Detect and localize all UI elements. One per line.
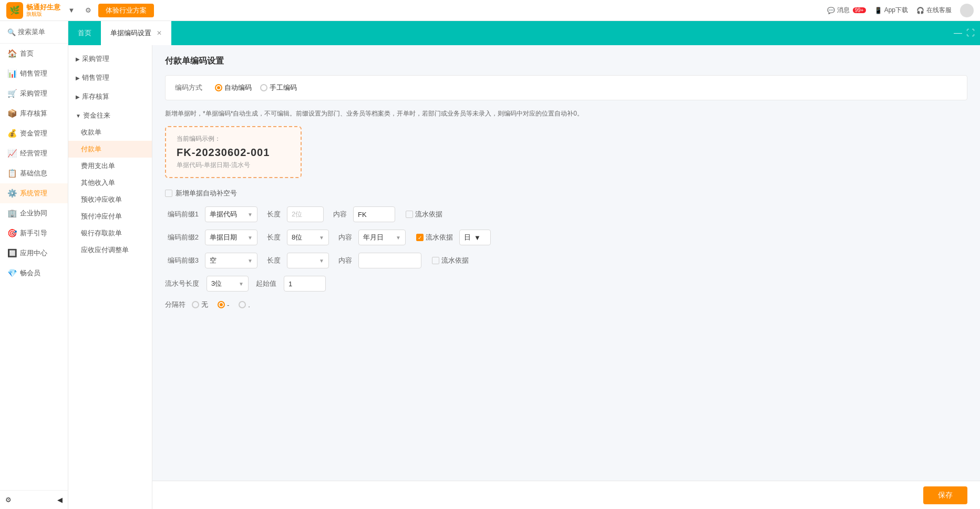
finance-icon: 💰 xyxy=(7,129,17,138)
auto-radio[interactable] xyxy=(215,84,222,91)
sep-dot-option[interactable]: . xyxy=(239,301,250,309)
sidebar-search[interactable]: 🔍 搜索菜单 xyxy=(0,21,68,44)
top-bar-right: 💬 消息 99+ 📱 App下载 🎧 在线客服 xyxy=(827,4,974,17)
message-icon: 💬 xyxy=(827,7,835,14)
sep-dash-radio[interactable] xyxy=(218,301,225,308)
menu-group-purchase-title[interactable]: ▶ 采购管理 xyxy=(68,50,152,67)
code-preview-desc: 单据代码-单据日期-流水号 xyxy=(177,161,290,170)
prefix1-select[interactable]: 单据代码 ▼ xyxy=(205,206,257,222)
code-preview-box: 当前编码示例： FK-20230602-001 单据代码-单据日期-流水号 xyxy=(165,126,302,178)
sidebar-item-label: 企业协同 xyxy=(20,209,47,218)
length1-field: 2位 xyxy=(287,206,324,222)
start-value-field[interactable]: 1 xyxy=(284,276,326,292)
menu-item-bank-deposit[interactable]: 银行存取款单 xyxy=(68,225,152,242)
content2-select[interactable]: 年月日 ▼ xyxy=(358,230,406,245)
stream1-checkbox[interactable] xyxy=(406,211,413,218)
menu-item-prepay-offset[interactable]: 预收冲应收单 xyxy=(68,191,152,208)
enterprise-icon: 🏢 xyxy=(7,209,17,218)
logo-icon: 🌿 xyxy=(6,2,23,19)
prefix2-label: 编码前缀2 xyxy=(165,233,199,242)
prefix1-label: 编码前缀1 xyxy=(165,210,199,219)
stream3-checkbox[interactable] xyxy=(432,257,439,264)
sidebar-item-system[interactable]: ⚙️ 系统管理 xyxy=(0,183,68,203)
menu-item-expense[interactable]: 费用支出单 xyxy=(68,158,152,174)
inventory-icon: 📦 xyxy=(7,109,17,118)
day-select[interactable]: 日 ▼ xyxy=(459,230,491,245)
message-label: 消息 xyxy=(837,6,850,15)
sidebar-item-label: 畅会员 xyxy=(20,268,40,278)
message-item[interactable]: 💬 消息 99+ xyxy=(827,6,866,15)
sidebar-item-inventory[interactable]: 📦 库存核算 xyxy=(0,103,68,123)
serial-row: 流水号长度 3位 ▼ 起始值 1 xyxy=(165,276,967,292)
stream2-checkbox[interactable]: ✓ xyxy=(416,234,424,241)
app-download-item[interactable]: 📱 App下载 xyxy=(874,6,908,15)
user-avatar[interactable] xyxy=(960,4,974,17)
search-inner[interactable]: 🔍 搜索菜单 xyxy=(4,25,64,39)
sidebar-item-label: 经营管理 xyxy=(20,149,47,158)
save-button[interactable]: 保存 xyxy=(923,486,967,504)
length2-select[interactable]: 8位 ▼ xyxy=(287,230,329,245)
auto-fill-label: 新增单据自动补空号 xyxy=(176,189,237,198)
manual-radio[interactable] xyxy=(260,84,267,91)
chevron-down-icon: ▼ xyxy=(239,281,244,287)
sep-dash-option[interactable]: - xyxy=(218,301,229,309)
sidebar-item-appcenter[interactable]: 🔲 应用中心 xyxy=(0,243,68,263)
separator-row: 分隔符 无 - . xyxy=(165,300,967,309)
manual-encoding-option[interactable]: 手工编码 xyxy=(260,83,297,92)
menu-group-sales-title[interactable]: ▶ 销售管理 xyxy=(68,69,152,86)
sidebar: 🔍 搜索菜单 🏠 首页 📊 销售管理 🛒 采购管理 📦 库存核算 💰 资金管理 … xyxy=(0,21,68,509)
menu-item-ar-ap-adjust[interactable]: 应收应付调整单 xyxy=(68,242,152,258)
length3-label: 长度 xyxy=(267,256,281,265)
sidebar-item-purchase[interactable]: 🛒 采购管理 xyxy=(0,84,68,103)
tab-minimize-button[interactable]: — xyxy=(954,28,962,38)
sidebar-item-operations[interactable]: 📈 经营管理 xyxy=(0,143,68,163)
sidebar-item-home[interactable]: 🏠 首页 xyxy=(0,44,68,64)
arrow-icon: ▶ xyxy=(76,75,80,81)
online-service-item[interactable]: 🎧 在线客服 xyxy=(916,6,952,15)
sep-none-label: 无 xyxy=(201,300,208,309)
menu-group-inventory-title[interactable]: ▶ 库存核算 xyxy=(68,88,152,105)
sidebar-item-basic-info[interactable]: 📋 基础信息 xyxy=(0,163,68,183)
purchase-icon: 🛒 xyxy=(7,89,17,98)
code-preview-label: 当前编码示例： xyxy=(177,134,290,143)
chevron-down-icon: ▼ xyxy=(247,258,253,264)
sep-none-option[interactable]: 无 xyxy=(192,300,208,309)
tab-close-icon[interactable]: ✕ xyxy=(157,29,162,37)
menu-item-other-income[interactable]: 其他收入单 xyxy=(68,174,152,191)
auto-fill-checkbox[interactable] xyxy=(165,190,172,197)
sidebar-item-guide[interactable]: 🎯 新手引导 xyxy=(0,223,68,243)
system-icon: ⚙️ xyxy=(7,189,17,198)
dropdown-icon[interactable]: ▼ xyxy=(65,4,78,17)
sidebar-item-member[interactable]: 💎 畅会员 xyxy=(0,263,68,283)
tab-home-label: 首页 xyxy=(78,28,91,38)
length3-select[interactable]: ▼ xyxy=(287,253,329,268)
logo-main: 畅通好生意 xyxy=(26,3,60,12)
menu-item-payment[interactable]: 付款单 xyxy=(68,141,152,158)
chevron-down-icon: ▼ xyxy=(396,235,401,241)
bottom-bar: 保存 xyxy=(152,481,980,509)
sep-none-radio[interactable] xyxy=(192,301,199,308)
sep-dot-radio[interactable] xyxy=(239,301,246,308)
tab-settings[interactable]: 单据编码设置 ✕ xyxy=(101,21,171,45)
menu-item-receipt[interactable]: 收款单 xyxy=(68,124,152,141)
sidebar-item-finance[interactable]: 💰 资金管理 xyxy=(0,123,68,143)
arrow-icon: ▶ xyxy=(76,94,80,100)
tab-home[interactable]: 首页 xyxy=(68,21,101,45)
member-icon: 💎 xyxy=(7,268,17,278)
prefix2-select[interactable]: 单据日期 ▼ xyxy=(205,230,257,245)
gear-icon[interactable]: ⚙ xyxy=(81,4,95,17)
menu-item-advance-offset[interactable]: 预付冲应付单 xyxy=(68,208,152,225)
trial-button[interactable]: 体验行业方案 xyxy=(98,4,154,17)
manual-label: 手工编码 xyxy=(270,83,297,92)
auto-encoding-option[interactable]: 自动编码 xyxy=(215,83,252,92)
sidebar-item-label: 系统管理 xyxy=(20,189,47,198)
serial-length-select[interactable]: 3位 ▼ xyxy=(207,276,249,292)
tab-maximize-button[interactable]: ⛶ xyxy=(966,28,975,38)
stream1-checkbox-group: 流水依据 xyxy=(406,210,442,219)
sidebar-item-enterprise[interactable]: 🏢 企业协同 xyxy=(0,203,68,223)
menu-group-finance-title[interactable]: ▼ 资金往来 xyxy=(68,107,152,124)
collapse-icon[interactable]: ◀ xyxy=(57,496,63,504)
sidebar-item-sales[interactable]: 📊 销售管理 xyxy=(0,64,68,84)
prefix3-select[interactable]: 空 ▼ xyxy=(205,253,257,268)
settings-icon[interactable]: ⚙ xyxy=(5,496,12,504)
